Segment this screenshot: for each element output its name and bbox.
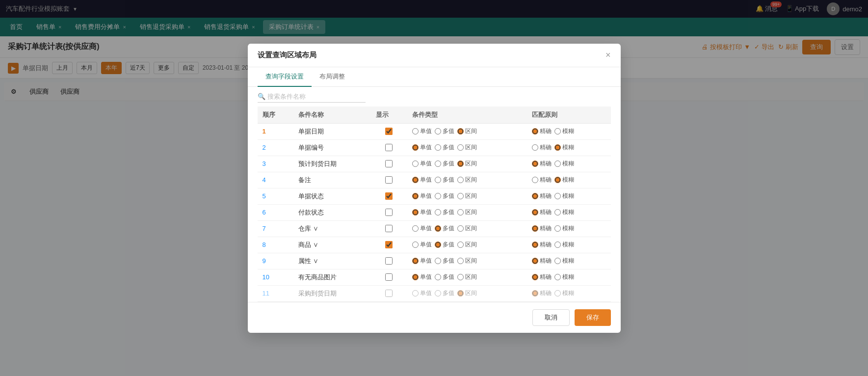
search-input[interactable] [267,93,356,100]
modal-close-button[interactable]: × [605,51,611,59]
modal-overlay: 设置查询区域布局 × 查询字段设置 布局调整 🔍 顺序 条件名称 显示 [0,0,868,105]
modal-header: 设置查询区域布局 × [248,44,621,67]
modal-tab-layout[interactable]: 布局调整 [312,67,353,87]
search-wrap: 🔍 [258,93,366,103]
modal-tabs: 查询字段设置 布局调整 [248,67,621,87]
modal-title: 设置查询区域布局 [258,51,316,60]
modal-search-area: 🔍 [248,87,621,106]
search-icon: 🔍 [258,93,265,100]
settings-modal: 设置查询区域布局 × 查询字段设置 布局调整 🔍 顺序 条件名称 显示 [248,44,621,106]
modal-tab-fields[interactable]: 查询字段设置 [258,67,312,87]
